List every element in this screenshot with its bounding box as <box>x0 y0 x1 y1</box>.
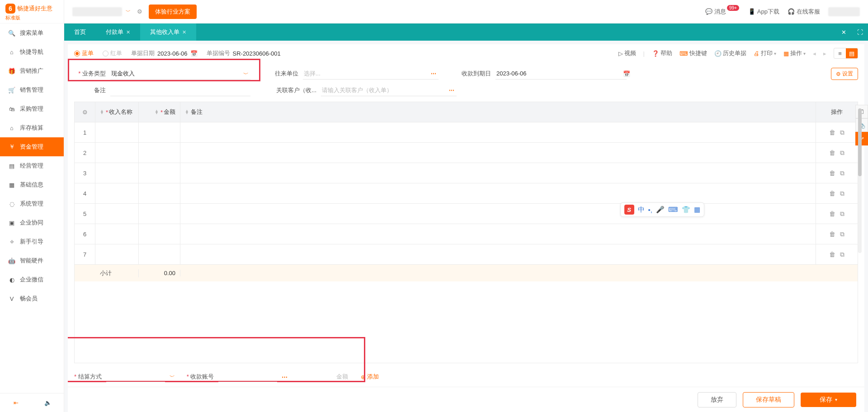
shortcut-link[interactable]: ⌨快捷键 <box>679 49 707 57</box>
tab-close-all-icon[interactable]: ✕ <box>835 23 852 41</box>
field-account[interactable]: 收款账号 ⋯ <box>187 371 288 382</box>
settings-button[interactable]: ⚙设置 <box>831 68 858 80</box>
nav-item-3[interactable]: 🛒销售管理 <box>0 80 64 99</box>
app-download-link[interactable]: 📱 App下载 <box>748 8 779 16</box>
attach-icon[interactable]: 📎 <box>855 118 868 132</box>
list-view-icon[interactable]: ≡ <box>834 48 846 58</box>
more-icon[interactable]: ⋯ <box>431 70 437 77</box>
nav-item-0[interactable]: 🔍搜索菜单 <box>0 23 64 42</box>
col-name[interactable]: ▲▼*收入名称 <box>95 102 139 122</box>
ime-punct[interactable]: •, <box>648 206 652 214</box>
delete-icon[interactable]: 🗑 <box>829 230 835 238</box>
nav-item-1[interactable]: ⌂快捷导航 <box>0 42 64 61</box>
account-input[interactable] <box>218 371 277 382</box>
discard-button[interactable]: 放弃 <box>698 392 736 407</box>
remark-input[interactable] <box>110 84 250 96</box>
nav-item-5[interactable]: ⌂库存核算 <box>0 118 64 137</box>
expand-icon[interactable]: ⤢ <box>855 132 868 145</box>
field-remark[interactable]: 备注 <box>74 84 250 96</box>
col-amount[interactable]: ▲▼*金额 <box>139 102 180 122</box>
copy-icon[interactable]: ⧉ <box>840 149 844 157</box>
field-settle-method[interactable]: 结算方式 ﹀ <box>74 371 175 382</box>
more-icon[interactable]: ⋯ <box>449 87 455 94</box>
nav-item-12[interactable]: 🤖智能硬件 <box>0 251 64 270</box>
calendar-icon[interactable]: 📅 <box>190 50 198 57</box>
org-selector[interactable]: ﹀ <box>72 7 131 16</box>
ime-toolbox-icon[interactable]: ▦ <box>694 206 700 214</box>
history-link[interactable]: 🕘历史单据 <box>714 49 746 57</box>
sidebar-collapse-icon[interactable]: ⇤ <box>10 398 21 408</box>
nav-item-14[interactable]: V畅会员 <box>0 289 64 308</box>
video-link[interactable]: ▷视频 <box>618 49 636 57</box>
settle-amount-input[interactable] <box>299 371 349 382</box>
copy-icon[interactable]: ⧉ <box>840 251 844 258</box>
gear-icon[interactable]: ⚙ <box>137 8 142 15</box>
radio-red[interactable]: 红单 <box>103 49 122 57</box>
calendar-icon[interactable]: 📅 <box>623 70 630 77</box>
copy-icon[interactable]: ⧉ <box>840 230 844 238</box>
nav-item-8[interactable]: ▦基础信息 <box>0 175 64 194</box>
nav-item-13[interactable]: ◐企业微信 <box>0 270 64 289</box>
messages-link[interactable]: 💬 消息 99+ <box>705 8 740 16</box>
copy-icon[interactable]: ⧉ <box>840 169 844 177</box>
copy-icon[interactable]: ⧉ <box>840 129 844 136</box>
scrollbar[interactable] <box>858 108 862 253</box>
field-biztype[interactable]: 业务类型 ﹀ <box>74 68 250 80</box>
customer-input[interactable] <box>321 84 457 96</box>
nav-item-9[interactable]: ◌系统管理 <box>0 194 64 213</box>
tab-2[interactable]: 其他收入单✕ <box>140 23 196 41</box>
chevron-down-icon[interactable]: ﹀ <box>243 70 249 78</box>
ime-mic-icon[interactable]: 🎤 <box>656 206 665 214</box>
field-unit[interactable]: 往来单位 ⋯ <box>267 68 439 80</box>
copy-icon[interactable]: ⧉ <box>840 210 844 218</box>
trial-button[interactable]: 体验行业方案 <box>149 5 197 19</box>
user-avatar[interactable] <box>828 7 860 16</box>
print-link[interactable]: 🖨打印▾ <box>754 49 776 57</box>
chevron-down-icon[interactable]: ﹀ <box>170 373 175 381</box>
nav-item-11[interactable]: ✧新手引导 <box>0 232 64 251</box>
close-icon[interactable]: ✕ <box>126 29 130 35</box>
nav-item-10[interactable]: ▣企业协同 <box>0 213 64 232</box>
ops-link[interactable]: ▦操作▾ <box>783 49 806 57</box>
delete-icon[interactable]: 🗑 <box>829 129 835 136</box>
nav-item-7[interactable]: ▤经营管理 <box>0 156 64 175</box>
col-gear[interactable]: ⚙ <box>75 102 95 122</box>
nav-item-4[interactable]: 🛍采购管理 <box>0 99 64 118</box>
prev-icon[interactable]: ◂ <box>813 50 816 57</box>
tab-fullscreen-icon[interactable]: ⛶ <box>852 23 868 41</box>
next-icon[interactable]: ▸ <box>823 50 826 57</box>
unit-input[interactable] <box>303 68 439 80</box>
ime-skin-icon[interactable]: 👕 <box>682 206 690 214</box>
table-row[interactable]: 7🗑⧉ <box>75 244 858 264</box>
ime-lang[interactable]: 中 <box>638 206 645 214</box>
help-link[interactable]: ❓帮助 <box>652 49 672 57</box>
ime-toolbar[interactable]: S 中 •, 🎤 ⌨ 👕 ▦ <box>620 202 704 217</box>
table-row[interactable]: 4🗑⧉ <box>75 183 858 203</box>
delete-icon[interactable]: 🗑 <box>829 251 835 258</box>
table-row[interactable]: 3🗑⧉ <box>75 163 858 183</box>
copy-icon[interactable]: ⧉ <box>840 190 844 197</box>
delete-icon[interactable]: 🗑 <box>829 210 835 217</box>
col-remark[interactable]: ▲▼备注 <box>180 102 816 122</box>
save-button[interactable]: 保存▾ <box>801 393 856 407</box>
nav-item-6[interactable]: ￥资金管理 <box>0 137 64 156</box>
table-row[interactable]: 5🗑⧉ <box>75 203 858 224</box>
delete-icon[interactable]: 🗑 <box>829 169 835 177</box>
tab-1[interactable]: 付款单✕ <box>96 23 140 41</box>
table-row[interactable]: 2🗑⧉ <box>75 142 858 163</box>
customer-service-link[interactable]: 🎧 在线客服 <box>788 8 820 16</box>
nav-item-2[interactable]: 🎁营销推广 <box>0 61 64 80</box>
ime-keyboard-icon[interactable]: ⌨ <box>668 206 678 214</box>
form-view-icon[interactable]: ▤ <box>846 48 858 58</box>
save-draft-button[interactable]: 保存草稿 <box>743 392 794 407</box>
due-input[interactable] <box>495 68 627 80</box>
note-icon[interactable]: 🗒 <box>855 105 868 118</box>
table-row[interactable]: 1🗑⧉ <box>75 122 858 142</box>
field-customer[interactable]: 关联客户（收... ⋯ <box>267 84 457 96</box>
biztype-input[interactable] <box>110 68 250 80</box>
more-icon[interactable]: ⋯ <box>282 374 288 380</box>
settle-method-input[interactable] <box>106 371 165 382</box>
delete-icon[interactable]: 🗑 <box>829 190 835 197</box>
delete-icon[interactable]: 🗑 <box>829 149 835 156</box>
sidebar-sound-icon[interactable]: 🔈 <box>42 398 53 408</box>
